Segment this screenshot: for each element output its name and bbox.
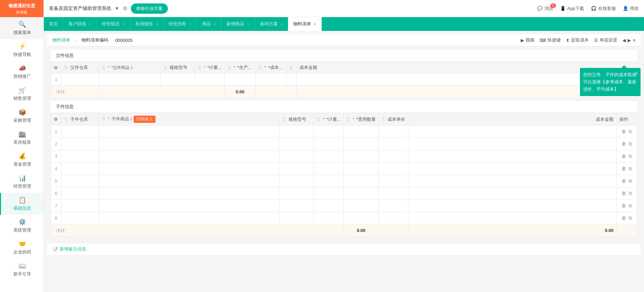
app-download-btn[interactable]: 📱 App下载	[560, 5, 584, 12]
child-required-qty-cell[interactable]	[344, 138, 379, 150]
sidebar-item-system[interactable]: ⚙️ 系统管理	[0, 215, 44, 237]
single-settings-btn[interactable]: ☰ 单据设置	[594, 37, 617, 43]
tab-close-icon[interactable]: ×	[214, 22, 216, 26]
child-required-qty-cell[interactable]	[344, 163, 379, 175]
parent-warehouse-cell[interactable]	[61, 73, 99, 86]
shortcut-btn[interactable]: ⌨ 快捷键	[540, 37, 561, 43]
parent-cost-cell[interactable]	[256, 73, 286, 86]
online-service-btn[interactable]: 🎧 在线客服	[591, 5, 616, 12]
delete-btn[interactable]: 🗑	[621, 178, 626, 184]
child-required-qty-cell[interactable]	[344, 212, 379, 224]
child-spec-cell[interactable]	[280, 150, 314, 163]
sidebar-item-inventory[interactable]: 🏬 库存核算	[0, 127, 44, 149]
tab-operations[interactable]: 经营情况 ×	[97, 17, 130, 31]
system-dropdown[interactable]: ▼	[115, 6, 119, 11]
user-menu[interactable]: 👤 用友	[623, 5, 639, 12]
child-product-cell[interactable]	[99, 163, 280, 175]
delete-btn[interactable]: 🗑	[621, 129, 626, 134]
tab-history[interactable]: 经营历程 ×	[163, 17, 197, 31]
config-icon[interactable]: ⚙	[54, 65, 58, 70]
child-spec-cell[interactable]	[280, 175, 314, 187]
child-warehouse-cell[interactable]	[61, 138, 99, 150]
scan-btn[interactable]: 扫码录入	[134, 116, 156, 123]
child-unit-cell[interactable]	[314, 187, 344, 200]
config2-icon[interactable]: ⚙	[54, 117, 58, 122]
child-product-cell[interactable]	[99, 212, 280, 224]
parent-spec-cell[interactable]	[161, 73, 195, 86]
copy-btn[interactable]: ⧉	[629, 129, 632, 134]
tab-close-icon[interactable]: ×	[189, 22, 191, 26]
message-btn[interactable]: 💬 6 消息	[537, 5, 553, 12]
sidebar-item-purchase[interactable]: 📦 采购管理	[0, 105, 44, 127]
tab-customers[interactable]: 客户联络 ×	[63, 17, 97, 31]
tab-goods[interactable]: 商品 ×	[197, 17, 221, 31]
delete-btn[interactable]: 🗑	[621, 141, 626, 147]
child-unit-cell[interactable]	[314, 126, 344, 138]
child-spec-cell[interactable]	[280, 212, 314, 224]
child-warehouse-cell[interactable]	[61, 175, 99, 187]
sidebar-item-guide[interactable]: 📖 新手引导	[0, 259, 44, 281]
tab-close-icon[interactable]: ×	[247, 22, 249, 26]
child-warehouse-cell[interactable]	[61, 150, 99, 163]
delete-btn[interactable]: 🗑	[621, 190, 626, 196]
child-unit-price-cell[interactable]	[379, 150, 408, 163]
child-spec-cell[interactable]	[280, 200, 314, 212]
child-spec-cell[interactable]	[280, 187, 314, 200]
child-spec-cell[interactable]	[280, 138, 314, 150]
copy-btn[interactable]: ⧉	[629, 166, 632, 171]
sidebar-item-sales[interactable]: 🛒 销售管理	[0, 83, 44, 105]
child-required-qty-cell[interactable]	[344, 175, 379, 187]
child-spec-cell[interactable]	[280, 126, 314, 138]
child-required-qty-cell[interactable]	[344, 187, 379, 200]
copy-btn[interactable]: ⧉	[629, 215, 632, 221]
prev-arrow-icon[interactable]: ◀	[622, 38, 626, 43]
child-unit-cell[interactable]	[314, 138, 344, 150]
child-warehouse-cell[interactable]	[61, 212, 99, 224]
copy-btn[interactable]: ⧉	[629, 190, 632, 196]
tab-profit[interactable]: 利润报告 ×	[130, 17, 163, 31]
list-view-icon[interactable]: ≡	[633, 38, 635, 43]
child-unit-price-cell[interactable]	[379, 163, 408, 175]
child-warehouse-cell[interactable]	[61, 126, 99, 138]
copy-btn[interactable]: ⧉	[629, 153, 632, 159]
child-product-cell[interactable]	[99, 187, 280, 200]
child-unit-cell[interactable]	[314, 175, 344, 187]
sidebar-item-quick-nav[interactable]: ⚡ 快捷导航	[0, 39, 44, 61]
child-product-cell[interactable]	[99, 150, 280, 163]
tab-close-icon[interactable]: ×	[156, 22, 158, 26]
child-warehouse-cell[interactable]	[61, 187, 99, 200]
tab-new-goods[interactable]: 新增商品 ×	[221, 17, 255, 31]
sidebar-item-search[interactable]: 🔍 搜索菜单	[0, 17, 44, 39]
settings-icon[interactable]: ⚙	[123, 5, 127, 12]
sidebar-item-marketing[interactable]: 📣 营销推广	[0, 61, 44, 83]
child-unit-cell[interactable]	[314, 150, 344, 163]
delete-btn[interactable]: 🗑	[621, 203, 626, 208]
tab-close-icon[interactable]: ×	[314, 22, 316, 26]
child-unit-price-cell[interactable]	[379, 138, 408, 150]
tab-close-icon[interactable]: ×	[122, 22, 124, 26]
delete-btn[interactable]: 🗑	[621, 153, 626, 159]
child-unit-price-cell[interactable]	[379, 187, 408, 200]
view-video-btn[interactable]: ▶ 视频	[521, 37, 534, 43]
delete-btn[interactable]: 🗑	[621, 215, 626, 221]
nav-close-all-btn[interactable]: ×	[634, 21, 644, 27]
breadcrumb-main[interactable]: 物料清单	[52, 37, 70, 43]
tab-barcode[interactable]: 条码方案 ×	[255, 17, 288, 31]
tab-close-icon[interactable]: ×	[89, 22, 91, 26]
child-product-cell[interactable]	[99, 200, 280, 212]
copy-btn[interactable]: ⧉	[629, 178, 632, 184]
child-product-cell[interactable]	[99, 126, 280, 138]
tab-close-icon[interactable]: ×	[281, 22, 283, 26]
copy-btn[interactable]: ⧉	[629, 203, 632, 208]
child-unit-cell[interactable]	[314, 200, 344, 212]
child-warehouse-cell[interactable]	[61, 163, 99, 175]
sidebar-item-operations[interactable]: 📊 经营管理	[0, 171, 44, 193]
child-product-cell[interactable]	[99, 138, 280, 150]
sidebar-item-finance[interactable]: 💰 资金管理	[0, 149, 44, 171]
child-required-qty-cell[interactable]	[344, 200, 379, 212]
delete-btn[interactable]: 🗑	[621, 166, 626, 171]
child-unit-price-cell[interactable]	[379, 175, 408, 187]
child-unit-price-cell[interactable]	[379, 126, 408, 138]
child-unit-cell[interactable]	[314, 212, 344, 224]
child-unit-price-cell[interactable]	[379, 212, 408, 224]
